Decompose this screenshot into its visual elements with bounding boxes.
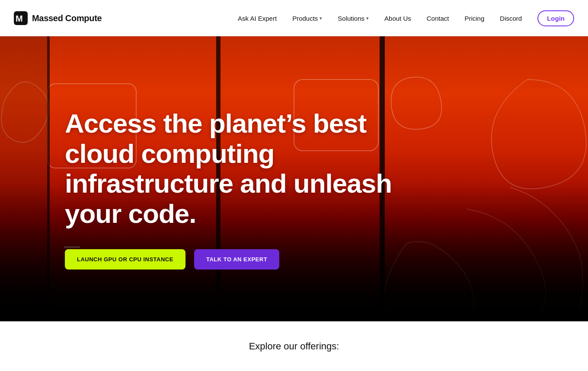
chevron-down-icon: ▾ — [320, 16, 322, 21]
nav-item-products[interactable]: Products ▾ — [292, 15, 322, 22]
navbar: M Massed Compute Ask AI Expert Products … — [0, 0, 588, 36]
nav-item-about-us[interactable]: About Us — [384, 15, 411, 22]
launch-instance-button[interactable]: LAUNCH GPU OR CPU INSTANCE — [65, 249, 185, 270]
nav-item-solutions[interactable]: Solutions ▾ — [338, 15, 369, 22]
hero-title: Access the planet’s best cloud computing… — [65, 108, 428, 228]
brand-name: Massed Compute — [32, 13, 102, 23]
hero-content: Access the planet’s best cloud computing… — [65, 108, 428, 270]
brand-link[interactable]: M Massed Compute — [14, 11, 102, 25]
svg-text:M: M — [16, 14, 23, 23]
login-button[interactable]: Login — [537, 10, 574, 26]
explore-offerings-text: Explore our offerings: — [249, 341, 339, 352]
nav-item-contact[interactable]: Contact — [427, 15, 449, 22]
chevron-down-icon: ▾ — [366, 16, 369, 21]
nav-item-ask-ai-expert[interactable]: Ask AI Expert — [238, 15, 277, 22]
below-hero-section: Explore our offerings: — [0, 321, 588, 371]
talk-to-expert-button[interactable]: TALK TO AN EXPERT — [194, 249, 279, 270]
nav-item-discord[interactable]: Discord — [500, 15, 522, 22]
nav-item-pricing[interactable]: Pricing — [464, 15, 484, 22]
hero-buttons: LAUNCH GPU OR CPU INSTANCE TALK TO AN EX… — [65, 249, 428, 270]
hero-section: Access the planet’s best cloud computing… — [0, 36, 588, 321]
nav-menu: Ask AI Expert Products ▾ Solutions ▾ Abo… — [238, 10, 574, 26]
brand-logo-icon: M — [14, 11, 28, 25]
